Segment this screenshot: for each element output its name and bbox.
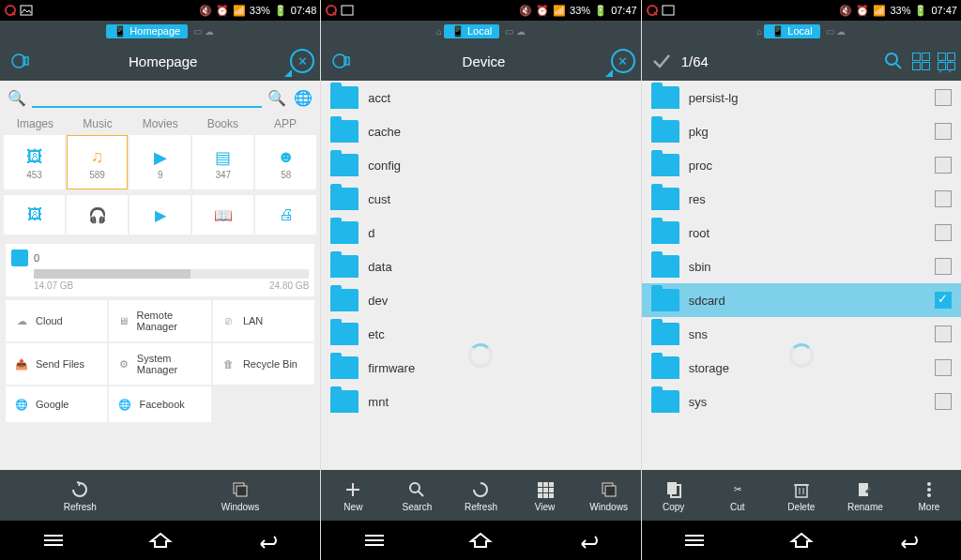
feature-recycle[interactable]: 🗑Recycle Bin [213, 343, 314, 385]
search-input[interactable] [32, 87, 262, 108]
new-button[interactable]: New [321, 479, 385, 512]
file-checkbox[interactable] [935, 359, 952, 376]
file-checkbox[interactable] [935, 393, 952, 410]
category-movies[interactable]: ▶9 [130, 135, 191, 189]
category-tabs: Images Music Movies Books APP [0, 111, 320, 133]
file-item[interactable]: config [321, 148, 640, 182]
feature-remote[interactable]: 🖥Remote Manager [109, 300, 210, 341]
global-icon[interactable] [327, 46, 357, 76]
svg-rect-37 [796, 485, 807, 497]
search-files-button[interactable] [882, 50, 905, 72]
file-checkbox[interactable] [935, 258, 952, 275]
rename-button[interactable]: Rename [833, 479, 897, 512]
file-item[interactable]: cache [321, 114, 640, 148]
nav-home[interactable] [142, 526, 179, 554]
file-item[interactable]: persist-lg [642, 81, 961, 114]
windows-button[interactable]: Windows [160, 479, 321, 512]
page-title[interactable]: Device [357, 53, 610, 69]
nav-home[interactable] [462, 526, 499, 554]
nav-home[interactable] [783, 526, 820, 554]
confirm-selection-button[interactable] [648, 47, 676, 75]
tab-app[interactable]: APP [254, 114, 317, 133]
file-item[interactable]: data [321, 250, 640, 283]
nav-back[interactable] [248, 526, 285, 554]
copy-button[interactable]: Copy [642, 479, 706, 512]
file-checkbox[interactable] [935, 89, 952, 106]
trash-icon [791, 479, 812, 500]
view-button[interactable]: View [513, 479, 577, 512]
file-item[interactable]: dev [321, 283, 640, 317]
file-checkbox[interactable] [935, 157, 952, 174]
net-books[interactable]: 📖 [192, 195, 253, 235]
header: Device ✕ [321, 41, 640, 81]
tab-books[interactable]: Books [191, 114, 254, 133]
file-item[interactable]: acct [321, 81, 640, 114]
music-icon: ♫ [84, 145, 112, 170]
file-item[interactable]: sbin [642, 250, 961, 283]
cut-button[interactable]: ✂Cut [706, 479, 770, 512]
file-item[interactable]: pkg [642, 114, 961, 148]
file-item[interactable]: res [642, 182, 961, 216]
close-button[interactable]: ✕ [290, 49, 314, 73]
file-item[interactable]: sdcard [642, 283, 961, 317]
nav-menu[interactable] [676, 526, 713, 554]
global-icon[interactable] [6, 46, 36, 76]
net-music[interactable]: 🎧 [67, 195, 128, 235]
feature-lan[interactable]: ⎚LAN [213, 300, 314, 341]
file-item[interactable]: mnt [321, 385, 640, 418]
file-checkbox[interactable] [935, 190, 952, 207]
nav-menu[interactable] [35, 526, 72, 554]
category-images[interactable]: 🖼453 [4, 135, 65, 189]
search-browse-icon[interactable]: 🔍 [266, 86, 288, 109]
file-checkbox[interactable] [935, 123, 952, 140]
signal-icon: 📶 [873, 4, 886, 17]
feature-system[interactable]: ⚙System Manager [109, 343, 210, 385]
feature-send[interactable]: 📤Send Files [6, 343, 107, 385]
breadcrumb[interactable]: ⌂ 📱Local ▭ ☁ [321, 21, 640, 41]
file-checkbox[interactable] [935, 224, 952, 241]
page-title[interactable]: Homepage [36, 53, 290, 69]
nav-back[interactable] [569, 526, 606, 554]
globe-search-icon[interactable]: 🌐 [292, 86, 314, 109]
breadcrumb[interactable]: ⌂ 📱Local ▭ ☁ [642, 21, 961, 41]
file-checkbox[interactable] [935, 325, 952, 342]
category-app[interactable]: ☻58 [255, 135, 316, 189]
net-images[interactable]: 🖼 [4, 195, 65, 235]
more-icon [919, 479, 939, 500]
select-none-button[interactable] [912, 53, 930, 70]
net-app[interactable]: 🖨 [255, 195, 316, 235]
search-button[interactable]: Search [385, 479, 449, 512]
file-item[interactable]: root [642, 216, 961, 250]
more-button[interactable]: More [897, 479, 961, 512]
tab-images[interactable]: Images [4, 114, 67, 133]
feature-cloud[interactable]: ☁Cloud [6, 300, 107, 341]
crumb-extras-icon: ▭ ☁ [193, 26, 214, 37]
file-name: res [689, 192, 925, 206]
select-all-button[interactable] [938, 53, 955, 70]
feature-facebook[interactable]: 🌐Facebook [109, 386, 210, 422]
breadcrumb[interactable]: 📱Homepage ▭ ☁ [0, 21, 320, 41]
signal-icon: 📶 [233, 4, 246, 17]
net-images-icon: 🖼 [27, 206, 42, 223]
file-checkbox[interactable] [935, 292, 952, 309]
delete-button[interactable]: Delete [770, 479, 833, 512]
folder-icon [330, 188, 358, 210]
close-button[interactable]: ✕ [611, 49, 635, 73]
tab-music[interactable]: Music [67, 114, 130, 133]
category-books[interactable]: ▤347 [192, 135, 253, 189]
file-item[interactable]: proc [642, 148, 961, 182]
category-music[interactable]: ♫589 [67, 135, 128, 189]
feature-google[interactable]: 🌐Google [6, 386, 107, 422]
svg-rect-24 [543, 493, 548, 498]
file-item[interactable]: cust [321, 182, 640, 216]
storage-panel[interactable]: 0 14.07 GB24.80 GB [6, 244, 314, 296]
nav-back[interactable] [889, 526, 926, 554]
nav-menu[interactable] [356, 526, 393, 554]
windows-button[interactable]: Windows [577, 479, 641, 512]
tab-movies[interactable]: Movies [129, 114, 191, 133]
file-item[interactable]: sys [642, 385, 961, 418]
refresh-button[interactable]: Refresh [449, 479, 512, 512]
file-item[interactable]: d [321, 216, 640, 250]
net-movies[interactable]: ▶ [130, 195, 191, 235]
refresh-button[interactable]: Refresh [0, 479, 160, 512]
